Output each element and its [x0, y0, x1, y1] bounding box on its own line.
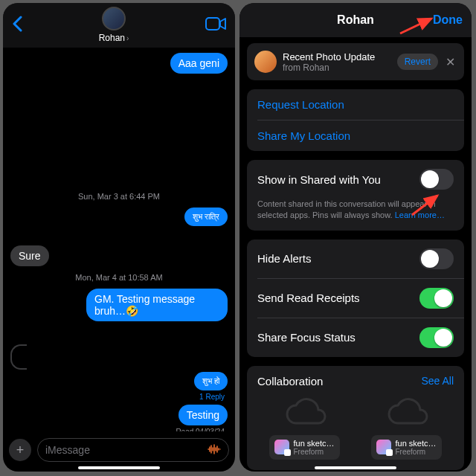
cloud-icon [380, 395, 434, 431]
read-receipt: Read 04/03/24 [176, 428, 225, 431]
cloud-icon [278, 395, 332, 431]
revert-button[interactable]: Revert [397, 54, 438, 70]
message-thread[interactable]: Aaa geni Sun, Mar 3 at 6:44 PM शुभ रात्र… [3, 48, 235, 431]
update-title: Recent Photo Update [283, 51, 375, 62]
hide-alerts-row: Hide Alerts [247, 239, 464, 278]
details-nav-bar: Rohan Done [239, 3, 472, 37]
message-outgoing[interactable]: शुभ हो [194, 372, 228, 390]
request-location-row[interactable]: Request Location [247, 89, 464, 120]
freeform-icon [376, 440, 391, 454]
photo-update-card: Recent Photo Update from Rohan Revert ✕ [247, 43, 464, 80]
plus-button[interactable]: + [9, 439, 31, 461]
home-indicator[interactable] [315, 466, 396, 469]
contact-header[interactable]: Rohan› [99, 7, 129, 44]
freeform-icon [274, 440, 289, 454]
message-incoming[interactable]: Sure [10, 245, 49, 266]
send-read-receipts-row: Send Read Receipts [247, 279, 464, 318]
contact-details-screen: Rohan Done Recent Photo Update from Roha… [239, 3, 472, 472]
chevron-right-icon: › [126, 34, 129, 42]
placeholder: iMessage [45, 444, 90, 456]
reply-count[interactable]: 1 Reply [199, 393, 225, 401]
send-read-receipts-toggle[interactable] [419, 288, 454, 309]
message-input[interactable]: iMessage [37, 438, 229, 462]
hide-alerts-toggle[interactable] [419, 248, 454, 269]
message-outgoing[interactable]: GM. Testing message bruh…🤣 [86, 289, 228, 321]
facetime-button[interactable] [205, 16, 226, 34]
collab-doc[interactable]: fun sketc…Freeform [359, 395, 454, 460]
share-my-location-row[interactable]: Share My Location [247, 120, 464, 151]
back-button[interactable] [12, 14, 22, 37]
collaboration-title: Collaboration [257, 375, 323, 387]
share-focus-row: Share Focus Status [247, 318, 464, 357]
incoming-reply-edge [10, 344, 27, 370]
timestamp: Mon, Mar 4 at 10:58 AM [10, 268, 228, 286]
details-title: Rohan [337, 13, 374, 26]
home-indicator[interactable] [78, 466, 160, 469]
alerts-group: Hide Alerts Send Read Receipts Share Foc… [247, 239, 464, 357]
message-outgoing[interactable]: Testing [178, 405, 228, 425]
message-composer: + iMessage [3, 436, 235, 464]
learn-more-link[interactable]: Learn more… [395, 210, 445, 219]
contact-name: Rohan [99, 33, 125, 43]
timestamp: Sun, Mar 3 at 6:44 PM [10, 187, 228, 205]
show-in-shared-row: Show in Shared with You [247, 160, 464, 199]
shared-with-you-group: Show in Shared with You Content shared i… [247, 160, 464, 231]
show-in-shared-toggle[interactable] [419, 169, 454, 190]
nav-bar: Rohan› [3, 3, 235, 48]
avatar [254, 51, 277, 73]
see-all-link[interactable]: See All [421, 375, 454, 387]
message-outgoing[interactable]: Aaa geni [170, 53, 228, 74]
collab-doc[interactable]: fun sketc…Freeform [257, 395, 352, 460]
message-outgoing[interactable]: शुभ रात्रि [184, 208, 228, 226]
shared-desc: Content shared in this conversation will… [247, 199, 464, 231]
share-focus-toggle[interactable] [419, 327, 454, 348]
done-button[interactable]: Done [433, 3, 463, 37]
svg-rect-0 [206, 18, 219, 30]
details-sheet[interactable]: Recent Photo Update from Rohan Revert ✕ … [239, 37, 472, 472]
audio-record-icon[interactable] [208, 443, 221, 457]
messages-thread-screen: Rohan› Aaa geni Sun, Mar 3 at 6:44 PM शु… [3, 3, 235, 472]
avatar [102, 7, 126, 30]
close-icon[interactable]: ✕ [444, 55, 457, 69]
collaboration-group: Collaboration See All fun sketc…Freeform [247, 366, 464, 470]
update-subtitle: from Rohan [283, 62, 375, 73]
location-group: Request Location Share My Location [247, 89, 464, 151]
